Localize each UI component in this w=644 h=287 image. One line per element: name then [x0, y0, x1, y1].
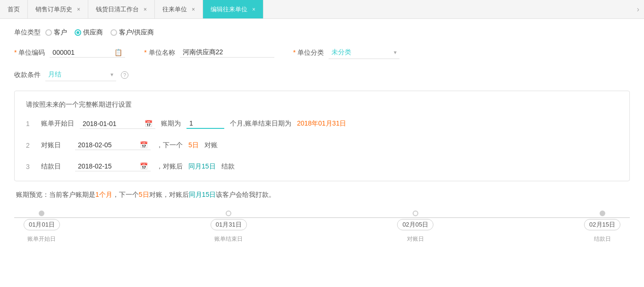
period-suffix-after: 个月,账单结束日期为	[230, 119, 291, 128]
unit-category-label: 单位分类	[293, 49, 324, 57]
reconcile-date-input-wrap: 📅	[75, 140, 151, 150]
timeline-node-3: 02月15日 结款日	[584, 211, 620, 243]
payment-terms-value: 月结	[48, 70, 109, 79]
period-num-3: 3	[26, 163, 35, 170]
unit-type-row: 单位类型 客户 供应商 客户/供应商	[14, 28, 630, 37]
reconcile-suffix-part1: ，下一个	[156, 141, 183, 150]
chevron-right-icon: ›	[637, 5, 639, 14]
tab-cash-work[interactable]: 钱货日清工作台 ×	[88, 0, 155, 18]
timeline-circle-1	[226, 211, 231, 216]
tab-sales-history[interactable]: 销售订单历史 ×	[28, 0, 88, 18]
timeline-bubble-0: 01月01日	[24, 219, 60, 230]
timeline-sublabel-1: 账单结束日	[214, 235, 243, 243]
tab-home[interactable]: 首页	[0, 0, 28, 18]
timeline-nodes: 01月01日 账单开始日 01月31日 账单结束日 02月05日 对账日 02月…	[24, 211, 620, 243]
timeline-bubble-1: 01月31日	[211, 219, 247, 230]
preview-suffix: 该客户会给我打款。	[216, 191, 275, 198]
preview-text: 账期预览：当前客户账期是1个月，下一个5日对账，对账后同月15日该客户会给我打款…	[14, 191, 630, 199]
preview-period: 1个月	[95, 191, 112, 198]
tabs-more-button[interactable]: ›	[632, 0, 644, 18]
preview-middle1: ，下一个	[112, 191, 139, 198]
end-date-display: 2018年01月31日	[297, 119, 346, 128]
tab-sales-history-label: 销售订单历史	[35, 5, 72, 14]
tab-partner-label: 往来单位	[162, 5, 187, 14]
radio-supplier-circle	[75, 29, 81, 36]
start-date-input-wrap: 📅	[80, 119, 155, 129]
unit-category-select[interactable]: 未分类 ▾	[329, 46, 399, 59]
radio-both-circle	[110, 29, 117, 36]
period-label-1: 账单开始日	[41, 119, 74, 128]
payment-suffix-part2: 结款	[221, 162, 235, 171]
unit-type-label: 单位类型	[14, 28, 41, 37]
reconcile-suffix-highlight: 5日	[188, 141, 199, 150]
tab-partner-close[interactable]: ×	[192, 6, 195, 13]
tab-sales-history-close[interactable]: ×	[77, 6, 80, 13]
payment-date-input[interactable]	[78, 162, 138, 170]
reconcile-suffix-part2: 对账	[204, 141, 218, 150]
card-instruction: 请按照未来的一个完整帐期进行设置	[26, 101, 618, 109]
preview-prefix: 账期预览：当前客户账期是	[16, 191, 95, 198]
payment-terms-label: 收款条件	[14, 71, 41, 79]
timeline: 01月01日 账单开始日 01月31日 账单结束日 02月05日 对账日 02月…	[14, 211, 630, 243]
tab-partner[interactable]: 往来单位 ×	[155, 0, 203, 18]
radio-both[interactable]: 客户/供应商	[110, 28, 154, 37]
period-num-2: 2	[26, 142, 35, 149]
unit-category-chevron: ▾	[394, 49, 397, 56]
radio-customer-circle	[45, 29, 52, 36]
period-row-2: 2 对账日 📅 ，下一个5日对账	[26, 140, 618, 150]
unit-code-input[interactable]	[52, 49, 112, 56]
timeline-node-0: 01月01日 账单开始日	[24, 211, 60, 243]
start-date-calendar-icon[interactable]: 📅	[144, 120, 153, 127]
timeline-sublabel-0: 账单开始日	[27, 235, 56, 243]
tabs-bar: 首页 销售订单历史 × 钱货日清工作台 × 往来单位 × 编辑往来单位 × ›	[0, 0, 644, 19]
period-label-2: 对账日	[41, 141, 69, 150]
payment-terms-chevron: ▾	[110, 71, 113, 78]
unit-name-label: 单位名称	[144, 49, 175, 57]
payment-date-calendar-icon[interactable]: 📅	[140, 162, 148, 170]
tab-cash-work-close[interactable]: ×	[144, 6, 147, 13]
unit-info-row: 单位编码 📋 单位名称 单位分类 未分类 ▾	[14, 46, 630, 59]
timeline-node-2: 02月05日 对账日	[397, 211, 433, 243]
unit-name-input[interactable]	[183, 49, 271, 56]
tab-home-label: 首页	[8, 5, 20, 14]
timeline-circle-2	[413, 211, 418, 216]
timeline-sublabel-2: 对账日	[407, 235, 424, 243]
radio-supplier-label: 供应商	[83, 28, 103, 37]
period-num-1: 1	[26, 120, 35, 127]
timeline-circle-3	[600, 211, 605, 216]
payment-terms-select[interactable]: 月结 ▾	[45, 68, 116, 81]
timeline-circle-0	[39, 211, 44, 216]
tab-cash-work-label: 钱货日清工作台	[96, 5, 139, 14]
payment-terms-help[interactable]: ?	[121, 71, 128, 79]
period-label-3: 结款日	[41, 162, 69, 171]
main-content: 单位类型 客户 供应商 客户/供应商 单位编码 📋 单位名称 单位分	[0, 19, 644, 287]
tab-edit-partner[interactable]: 编辑往来单位 ×	[203, 0, 263, 18]
period-row-1: 1 账单开始日 📅 账期为 个月,账单结束日期为 2018年01月31日	[26, 118, 618, 129]
preview-payment: 同月15日	[189, 191, 216, 198]
tab-edit-partner-close[interactable]: ×	[252, 6, 255, 13]
radio-supplier[interactable]: 供应商	[75, 28, 103, 37]
payment-suffix-highlight: 同月15日	[188, 162, 216, 171]
reconcile-date-input[interactable]	[78, 141, 138, 149]
radio-both-label: 客户/供应商	[119, 28, 154, 37]
unit-category-value: 未分类	[331, 48, 392, 57]
timeline-bubble-2: 02月05日	[397, 219, 433, 230]
timeline-sublabel-3: 结款日	[594, 235, 611, 243]
period-suffix-before: 账期为	[161, 119, 181, 128]
start-date-input[interactable]	[83, 120, 143, 127]
reconcile-date-calendar-icon[interactable]: 📅	[140, 141, 148, 149]
timeline-bubble-3: 02月15日	[584, 219, 620, 230]
month-value-input[interactable]	[186, 118, 224, 129]
radio-customer-label: 客户	[54, 28, 67, 37]
payment-terms-row: 收款条件 月结 ▾ ?	[14, 68, 630, 81]
preview-reconcile: 5日	[139, 191, 149, 198]
payment-suffix-part1: ，对账后	[156, 162, 183, 171]
radio-customer[interactable]: 客户	[45, 28, 67, 37]
period-card: 请按照未来的一个完整帐期进行设置 1 账单开始日 📅 账期为 个月,账单结束日期…	[14, 91, 630, 181]
period-row-3: 3 结款日 📅 ，对账后同月15日结款	[26, 161, 618, 171]
unit-code-label: 单位编码	[14, 49, 45, 57]
unit-code-icon[interactable]: 📋	[114, 49, 122, 56]
unit-name-input-wrap	[180, 48, 274, 58]
timeline-node-1: 01月31日 账单结束日	[211, 211, 247, 243]
tab-edit-partner-label: 编辑往来单位	[211, 5, 247, 14]
